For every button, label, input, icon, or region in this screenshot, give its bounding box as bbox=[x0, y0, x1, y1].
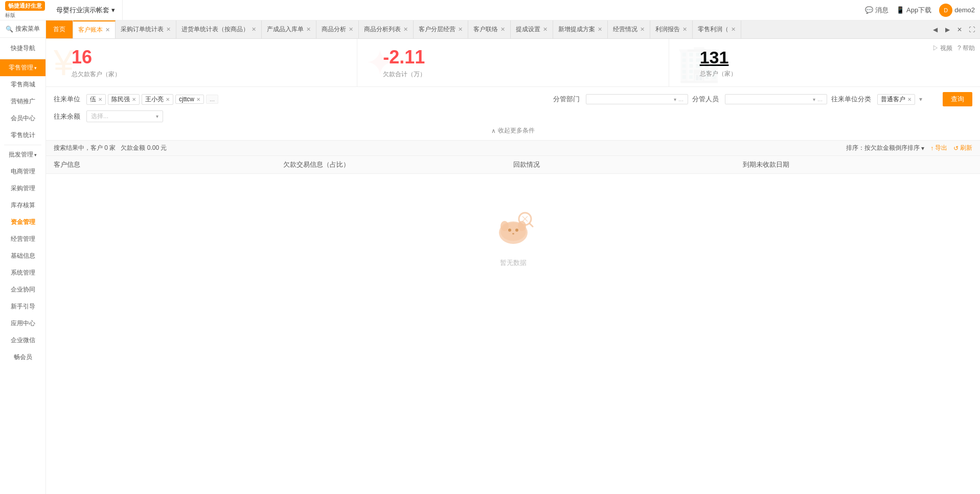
unit-tag-wang-close[interactable]: ✕ bbox=[166, 97, 170, 102]
tab-customer-accounts[interactable]: 客户账本 ✕ bbox=[73, 20, 116, 38]
unit-tag-more[interactable]: ... bbox=[206, 95, 218, 104]
tab-new-commission[interactable]: 新增提成方案 ✕ bbox=[553, 20, 608, 38]
tab-inbound-stats[interactable]: 进货单统计表（按商品） ✕ bbox=[176, 20, 262, 38]
tab-actions: ◀ ▶ ✕ ⛶ bbox=[927, 25, 980, 35]
workspace-label: 母婴行业演示帐套 bbox=[56, 6, 109, 15]
refresh-btn[interactable]: ↺ 刷新 bbox=[953, 144, 972, 152]
filter-row-1: 往来单位 伍 ✕ 陈民强 ✕ 王小亮 ✕ bbox=[54, 92, 972, 106]
sidebar-arrow-retail-mgmt: ▾ bbox=[34, 65, 37, 71]
collapse-btn[interactable]: ∧ 收起更多条件 bbox=[491, 126, 535, 135]
unit-cat-tag-normal-close[interactable]: ✕ bbox=[907, 97, 911, 102]
user-avatar-btn[interactable]: D demo2 bbox=[939, 4, 975, 17]
app-download-btn[interactable]: 📱 App下载 bbox=[896, 6, 931, 15]
tab-customer-contact[interactable]: 客户联络 ✕ bbox=[468, 20, 511, 38]
tab-product-inbound-close[interactable]: ✕ bbox=[306, 26, 311, 33]
quick-nav-btn[interactable]: 快捷导航 bbox=[0, 38, 45, 59]
video-link[interactable]: ▷ 视频 bbox=[932, 44, 952, 53]
sidebar-item-member-center[interactable]: 会员中心 bbox=[0, 110, 45, 127]
search-icon: 🔍 bbox=[6, 26, 13, 33]
unit-tag-chen-close[interactable]: ✕ bbox=[132, 97, 136, 102]
unit-cat-tag-normal[interactable]: 普通客户 ✕ bbox=[877, 94, 915, 105]
unit-cat-chevron: ▾ bbox=[919, 96, 922, 103]
sidebar-item-wholesale-mgmt[interactable]: 批发管理 ▾ bbox=[0, 146, 45, 163]
message-btn[interactable]: 💬 消息 bbox=[865, 6, 888, 15]
tab-customer-tier-close[interactable]: ✕ bbox=[458, 26, 463, 33]
search-menu-btn[interactable]: 🔍 搜索菜单 bbox=[0, 20, 45, 38]
tab-home[interactable]: 首页 bbox=[46, 20, 73, 38]
tab-purchase-order-stats[interactable]: 采购订单统计表 ✕ bbox=[116, 20, 176, 38]
tab-commission-settings-close[interactable]: ✕ bbox=[543, 26, 548, 33]
tab-customer-tier[interactable]: 客户分层经营 ✕ bbox=[414, 20, 468, 38]
tab-profit-report-close[interactable]: ✕ bbox=[682, 26, 687, 33]
tab-retail-profit-close[interactable]: ✕ bbox=[731, 26, 736, 33]
tab-commission-settings[interactable]: 提成设置 ✕ bbox=[511, 20, 553, 38]
tab-business-situation-close[interactable]: ✕ bbox=[640, 26, 645, 33]
username-label: demo2 bbox=[954, 6, 975, 14]
logo-box: 畅捷通好生意 bbox=[5, 1, 45, 10]
col-header-date: 到期未收款日期 bbox=[743, 160, 972, 169]
tab-product-analysis-list-close[interactable]: ✕ bbox=[403, 26, 408, 33]
sidebar-item-retail-mgmt[interactable]: 零售管理 ▾ bbox=[0, 59, 45, 76]
sidebar-item-ecommerce[interactable]: 电商管理 bbox=[0, 163, 45, 180]
tab-close-all-btn[interactable]: ✕ bbox=[954, 25, 965, 35]
tab-retail-profit[interactable]: 零售利润（ ✕ bbox=[693, 20, 741, 38]
query-button[interactable]: 查询 bbox=[943, 92, 972, 106]
tab-prev-btn[interactable]: ◀ bbox=[930, 25, 940, 35]
sidebar-label-member-center: 会员中心 bbox=[11, 114, 35, 123]
tab-purchase-order-close[interactable]: ✕ bbox=[166, 26, 171, 33]
sidebar-item-inventory[interactable]: 库存核算 bbox=[0, 197, 45, 214]
tab-profit-report[interactable]: 利润报告 ✕ bbox=[650, 20, 693, 38]
help-link[interactable]: ? 帮助 bbox=[958, 44, 975, 53]
tab-product-inbound[interactable]: 产成品入库单 ✕ bbox=[262, 20, 316, 38]
sidebar-item-retail-mall[interactable]: 零售商城 bbox=[0, 76, 45, 93]
sidebar-item-marketing[interactable]: 营销推广 bbox=[0, 93, 45, 110]
balance-chevron: ▾ bbox=[156, 114, 158, 119]
sidebar-item-app-center[interactable]: 应用中心 bbox=[0, 315, 45, 332]
tab-product-analysis[interactable]: 商品分析 ✕ bbox=[316, 20, 359, 38]
sidebar-item-basic-info[interactable]: 基础信息 bbox=[0, 248, 45, 264]
sidebar: 🔍 搜索菜单 快捷导航 零售管理 ▾ 零售商城 营销推广 会员中心 零售统计 批… bbox=[0, 20, 46, 494]
sidebar-item-new-guide[interactable]: 新手引导 bbox=[0, 298, 45, 315]
dept-filter-select[interactable]: ▾ ... bbox=[586, 94, 688, 104]
person-filter-select[interactable]: ▾ ... bbox=[725, 94, 827, 104]
tab-bar: 首页 客户账本 ✕ 采购订单统计表 ✕ 进货单统计表（按商品） ✕ 产成品入库单… bbox=[46, 20, 980, 39]
sidebar-item-retail-stats[interactable]: 零售统计 bbox=[0, 127, 45, 144]
tab-product-analysis-list[interactable]: 商品分析列表 ✕ bbox=[359, 20, 414, 38]
dept-more-btn[interactable]: ... bbox=[678, 96, 683, 103]
sidebar-label-enterprise-collab: 企业协同 bbox=[11, 285, 35, 294]
workspace-selector[interactable]: 母婴行业演示帐套 ▾ bbox=[51, 0, 123, 20]
empty-text: 暂无数据 bbox=[500, 258, 527, 267]
tab-customer-accounts-label: 客户账本 bbox=[78, 26, 103, 34]
tab-customer-accounts-close[interactable]: ✕ bbox=[105, 27, 110, 33]
unit-tag-cjttcw-close[interactable]: ✕ bbox=[196, 97, 200, 102]
stat-block-debt-customers: ¥ 16 总欠款客户（家） bbox=[46, 39, 357, 86]
unit-tag-wu[interactable]: 伍 ✕ bbox=[86, 94, 106, 105]
sidebar-item-enterprise-wechat[interactable]: 企业微信 bbox=[0, 332, 45, 349]
collapse-label: 收起更多条件 bbox=[498, 126, 535, 135]
tab-expand-btn[interactable]: ⛶ bbox=[967, 25, 977, 35]
sort-btn[interactable]: 排序：按欠款金额倒序排序 ▾ bbox=[846, 144, 924, 152]
svg-point-5 bbox=[515, 229, 518, 232]
sidebar-label-basic-info: 基础信息 bbox=[11, 252, 35, 260]
tab-customer-contact-close[interactable]: ✕ bbox=[500, 26, 505, 33]
sidebar-item-purchase[interactable]: 采购管理 bbox=[0, 180, 45, 197]
sidebar-item-ops-mgmt[interactable]: 经营管理 bbox=[0, 231, 45, 248]
unit-tag-chen[interactable]: 陈民强 ✕ bbox=[108, 94, 140, 105]
sidebar-item-enterprise-collab[interactable]: 企业协同 bbox=[0, 281, 45, 298]
tab-new-commission-close[interactable]: ✕ bbox=[598, 26, 602, 33]
tab-product-analysis-close[interactable]: ✕ bbox=[349, 26, 353, 33]
unit-tag-cjttcw[interactable]: cjttcw ✕ bbox=[175, 95, 204, 104]
tab-business-situation[interactable]: 经营情况 ✕ bbox=[608, 20, 650, 38]
sidebar-item-sys-mgmt[interactable]: 系统管理 bbox=[0, 264, 45, 281]
tab-next-btn[interactable]: ▶ bbox=[942, 25, 952, 35]
unit-tag-wang[interactable]: 王小亮 ✕ bbox=[142, 94, 173, 105]
export-btn[interactable]: ↑ 导出 bbox=[930, 144, 947, 152]
tab-inbound-stats-label: 进货单统计表（按商品） bbox=[181, 25, 249, 34]
result-actions: 排序：按欠款金额倒序排序 ▾ ↑ 导出 ↺ 刷新 bbox=[846, 144, 972, 152]
person-more-btn[interactable]: ... bbox=[817, 96, 823, 103]
tab-inbound-stats-close[interactable]: ✕ bbox=[252, 26, 256, 33]
balance-filter-select[interactable]: 选择... ▾ bbox=[86, 110, 163, 122]
sidebar-item-vip-member[interactable]: 畅会员 bbox=[0, 349, 45, 366]
unit-tag-wu-close[interactable]: ✕ bbox=[98, 97, 102, 102]
sidebar-item-capital[interactable]: 资金管理 bbox=[0, 214, 45, 231]
